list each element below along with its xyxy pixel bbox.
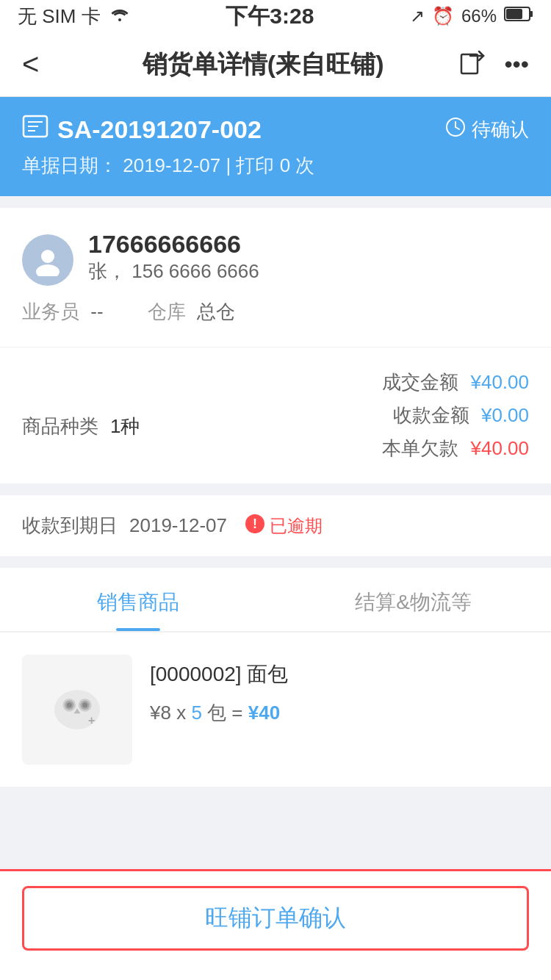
confirm-order-button[interactable]: 旺铺订单确认	[22, 886, 529, 951]
product-calc: ¥8 x 5 包 = ¥40	[150, 700, 529, 726]
due-label: 收款到期日	[22, 513, 118, 538]
order-id-container: SA-20191207-002	[22, 115, 262, 144]
svg-point-21	[67, 702, 72, 707]
overdue-text: 已逾期	[270, 514, 323, 538]
sales-label: 业务员	[22, 300, 79, 323]
order-icon	[22, 115, 48, 144]
svg-rect-2	[506, 9, 522, 19]
customer-section: 17666666666 张， 156 6666 6666 业务员 -- 仓库 总…	[0, 208, 551, 347]
order-date: 2019-12-07	[123, 154, 220, 176]
svg-text:+: +	[88, 714, 95, 727]
warehouse-value: 总仓	[197, 300, 235, 323]
page-title: 销货单详情(来自旺铺)	[66, 48, 460, 82]
battery-label: 66%	[461, 6, 497, 26]
product-item: + [0000002] 面包 ¥8 x 5 包 = ¥40	[22, 655, 529, 765]
status-bar: 无 SIM 卡 下午3:28 ↗ ⏰ 66%	[0, 0, 551, 32]
summary-section: 商品种类 1种 成交金额 ¥40.00 收款金额 ¥0.00 本单欠款 ¥40.…	[0, 347, 551, 483]
overdue-badge: ! 已逾期	[245, 514, 323, 538]
product-image: +	[22, 655, 132, 765]
sales-value: --	[90, 300, 103, 323]
tab-settlement-label: 结算&物流等	[355, 591, 472, 613]
carrier-label: 无 SIM 卡	[18, 4, 101, 29]
product-name: [0000002] 面包	[150, 660, 529, 688]
customer-info: 张， 156 6666 6666	[88, 259, 259, 284]
svg-text:!: !	[253, 516, 257, 531]
received-label: 收款金额	[393, 403, 469, 428]
battery-icon	[504, 6, 533, 26]
warehouse-label: 仓库	[148, 300, 186, 323]
svg-rect-3	[461, 54, 478, 73]
summary-left: 商品种类 1种	[22, 370, 140, 439]
owed-row: 本单欠款 ¥40.00	[382, 436, 529, 461]
customer-meta: 业务员 -- 仓库 总仓	[22, 299, 529, 325]
amount-value: ¥40.00	[470, 371, 529, 394]
due-date: 2019-12-07	[129, 514, 227, 537]
tab-settlement[interactable]: 结算&物流等	[276, 568, 551, 631]
svg-point-12	[41, 250, 54, 263]
tab-sales-products[interactable]: 销售商品	[0, 568, 276, 631]
wifi-icon	[109, 5, 130, 28]
product-title: 面包	[247, 663, 288, 685]
product-price: ¥8	[150, 702, 171, 724]
location-icon: ↗	[410, 6, 425, 26]
order-header: SA-20191207-002 待确认 单据日期： 2019-12-07 | 打…	[0, 97, 551, 196]
bottom-bar: 旺铺订单确认	[0, 869, 551, 980]
back-button[interactable]: <	[22, 48, 66, 81]
owed-value: ¥40.00	[470, 437, 529, 460]
nav-actions: •••	[460, 48, 529, 81]
order-date-row: 单据日期： 2019-12-07 | 打印 0 次	[22, 153, 529, 179]
due-section: 收款到期日 2019-12-07 ! 已逾期	[0, 495, 551, 556]
product-section: + [0000002] 面包 ¥8 x 5 包 = ¥40	[0, 633, 551, 787]
category-label: 商品种类	[22, 414, 98, 439]
clock-icon	[445, 117, 466, 143]
product-code: [0000002]	[150, 663, 242, 685]
tabs-section: 销售商品 结算&物流等	[0, 568, 551, 787]
avatar	[22, 234, 73, 286]
svg-line-11	[455, 127, 459, 129]
equals-sign: =	[231, 702, 242, 724]
summary-right: 成交金额 ¥40.00 收款金额 ¥0.00 本单欠款 ¥40.00	[382, 370, 529, 461]
status-left: 无 SIM 卡	[18, 4, 130, 29]
sales-meta: 业务员 --	[22, 299, 104, 325]
tabs-header: 销售商品 结算&物流等	[0, 568, 551, 633]
received-row: 收款金额 ¥0.00	[393, 403, 529, 428]
customer-name: 张	[88, 260, 107, 282]
order-status: 待确认	[445, 117, 529, 143]
amount-label: 成交金额	[382, 370, 458, 395]
order-id-text: SA-20191207-002	[57, 115, 262, 144]
svg-rect-1	[530, 11, 533, 17]
category-row: 商品种类 1种	[22, 414, 140, 439]
category-value: 1种	[110, 414, 140, 439]
warehouse-meta: 仓库 总仓	[148, 299, 235, 325]
nav-bar: < 销货单详情(来自旺铺) •••	[0, 32, 551, 97]
more-button[interactable]: •••	[504, 51, 529, 78]
product-unit: 包	[207, 702, 226, 724]
product-total: ¥40	[248, 702, 280, 724]
svg-point-22	[82, 702, 87, 707]
status-text: 待确认	[472, 117, 529, 143]
alarm-icon: ⏰	[432, 6, 454, 26]
status-right: ↗ ⏰ 66%	[410, 6, 533, 26]
tab-sales-label: 销售商品	[97, 591, 179, 613]
product-info: [0000002] 面包 ¥8 x 5 包 = ¥40	[150, 655, 529, 726]
date-label: 单据日期：	[22, 154, 118, 176]
received-value: ¥0.00	[481, 404, 529, 427]
share-button[interactable]	[460, 48, 486, 81]
product-qty: 5	[191, 702, 201, 724]
owed-label: 本单欠款	[382, 436, 458, 461]
customer-phone: 17666666666	[88, 230, 259, 259]
status-time: 下午3:28	[226, 1, 314, 32]
print-info: | 打印 0 次	[226, 154, 314, 176]
multiply-sign: x	[176, 702, 186, 724]
amount-row: 成交金额 ¥40.00	[382, 370, 529, 395]
warning-icon: !	[245, 514, 265, 538]
svg-point-13	[36, 264, 60, 276]
customer-alt-phone: 156 6666 6666	[132, 260, 259, 282]
